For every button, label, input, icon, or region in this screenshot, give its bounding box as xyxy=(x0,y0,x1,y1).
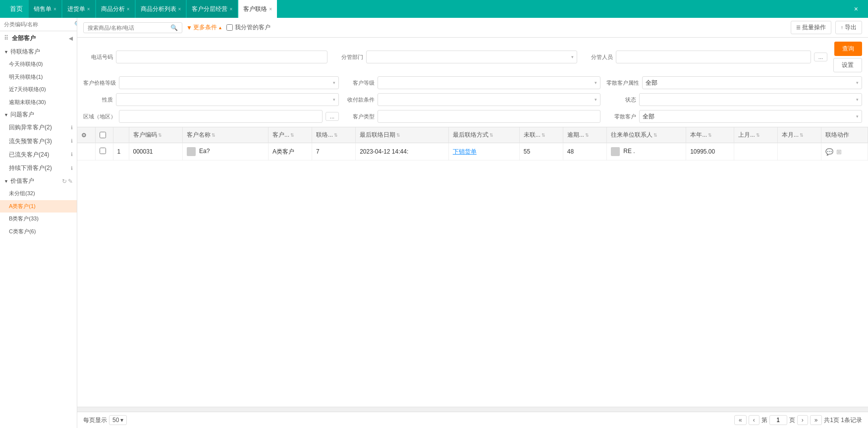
value-customers-edit-icon[interactable]: ✎ xyxy=(68,178,73,185)
nav-tab-sales[interactable]: 销售单 × xyxy=(29,0,61,18)
filter-field-nature: 性质 ▾ xyxy=(83,93,339,106)
settings-button[interactable]: 设置 xyxy=(833,58,862,72)
settings-icon[interactable]: ⚙ xyxy=(81,132,87,139)
retail-customer-select[interactable]: 全部 ▾ xyxy=(639,110,862,123)
select-all-checkbox[interactable] xyxy=(100,132,106,138)
sidebar-item-repurchase-abnormal[interactable]: 回购异常客户(2) ℹ xyxy=(0,121,77,134)
sidebar-item-churned[interactable]: 已流失客户(24) ℹ xyxy=(0,148,77,161)
sidebar-item-declining[interactable]: 持续下滑客户(2) ℹ xyxy=(0,161,77,175)
retail-attr-chevron: ▾ xyxy=(856,80,859,85)
page-last-button[interactable]: » xyxy=(810,415,822,425)
col-this-month-sort[interactable]: ⇅ xyxy=(800,133,804,138)
sidebar-item-tomorrow[interactable]: 明天待联络(1) xyxy=(0,71,77,84)
payment-select[interactable]: ▾ xyxy=(378,93,600,106)
col-contact-count-sort[interactable]: ⇅ xyxy=(334,133,338,138)
col-checkbox xyxy=(95,127,113,143)
col-code-sort[interactable]: ⇅ xyxy=(158,133,162,138)
sidebar-item-b-class[interactable]: B类客户(33) xyxy=(0,213,77,225)
sidebar-item-overdue[interactable]: 逾期未联络(30) xyxy=(0,96,77,109)
page-next-button[interactable]: › xyxy=(797,415,808,425)
col-last-month-sort[interactable]: ⇅ xyxy=(756,133,760,138)
col-unit-contact-sort[interactable]: ⇅ xyxy=(653,133,657,138)
nav-tab-sales-close[interactable]: × xyxy=(54,6,56,12)
nav-tab-product-list[interactable]: 商品分析列表 × xyxy=(136,0,186,18)
filter-field-payment: 收付款条件 ▾ xyxy=(345,93,600,106)
nav-tab-customer-segment-close[interactable]: × xyxy=(229,6,232,12)
problem-customers-group[interactable]: ▼ 问题客户 xyxy=(0,108,77,121)
status-select[interactable]: ▾ xyxy=(639,93,862,106)
row-checkbox[interactable] xyxy=(100,148,106,154)
col-customer-type: 客户... ⇅ xyxy=(269,127,312,143)
col-last-contact-date-sort[interactable]: ⇅ xyxy=(396,133,400,138)
nav-tab-purchase-close[interactable]: × xyxy=(87,6,90,12)
per-page-value: 50 xyxy=(112,417,119,424)
customer-level-select[interactable]: ▾ xyxy=(378,76,600,89)
sidebar-search-input[interactable] xyxy=(4,21,72,27)
query-button[interactable]: 查询 xyxy=(834,42,862,56)
export-button[interactable]: ↑ 导出 xyxy=(835,21,862,34)
region-input[interactable] xyxy=(119,110,323,123)
retail-attr-label: 零散客户属性 xyxy=(606,79,639,87)
value-customers-group[interactable]: ▼ 价值客户 ↻ ✎ xyxy=(0,175,77,187)
filter-search-input[interactable] xyxy=(88,25,168,31)
nav-home[interactable]: 首页 xyxy=(4,0,29,18)
window-close-button[interactable]: × xyxy=(848,5,864,13)
region-ellipsis-button[interactable]: ... xyxy=(326,112,339,121)
col-actions: 联络动作 xyxy=(821,127,868,143)
person-ellipsis-button[interactable]: ... xyxy=(814,53,827,61)
nav-tab-customer-contact-close[interactable]: × xyxy=(269,6,272,12)
price-level-select[interactable]: ▾ xyxy=(119,76,339,89)
nav-tab-sales-label: 销售单 xyxy=(34,5,52,13)
phone-input[interactable] xyxy=(116,51,327,63)
price-level-chevron: ▾ xyxy=(333,80,335,85)
person-select[interactable] xyxy=(616,51,811,63)
col-this-year-sort[interactable]: ⇅ xyxy=(708,133,712,138)
page-total: 页 xyxy=(789,416,795,425)
pending-contact-group[interactable]: ▼ 待联络客户 xyxy=(0,46,77,58)
col-no-contact-sort[interactable]: ⇅ xyxy=(542,133,545,138)
page-size-box[interactable]: 50 ▾ xyxy=(109,415,127,425)
nav-tab-customer-segment[interactable]: 客户分层经营 × xyxy=(187,0,237,18)
nav-tab-product-analysis-close[interactable]: × xyxy=(127,6,130,12)
col-customer-type-label: 客户... xyxy=(272,131,289,139)
nav-tab-purchase[interactable]: 进货单 × xyxy=(62,0,95,18)
problem-customers-arrow: ▼ xyxy=(4,112,8,117)
all-customers-header[interactable]: ⠿ 全部客户 ◀ xyxy=(0,31,77,46)
filter-search-icon[interactable]: 🔍 xyxy=(170,24,178,31)
col-overdue-sort[interactable]: ⇅ xyxy=(585,133,589,138)
filter-more-button[interactable]: ▼ 更多条件 ▲ xyxy=(186,23,222,32)
row-name[interactable]: Ea? xyxy=(199,148,210,155)
sidebar-item-today[interactable]: 今天待联络(0) xyxy=(0,58,77,71)
nature-select[interactable]: ▾ xyxy=(116,93,339,106)
status-label: 状态 xyxy=(606,96,636,104)
row-qr-icon[interactable]: ⊞ xyxy=(836,148,842,156)
nav-tab-product-analysis[interactable]: 商品分析 × xyxy=(96,0,135,18)
phone-label: 电话号码 xyxy=(83,54,113,61)
row-last-contact-method[interactable]: 下销货单 xyxy=(453,148,477,155)
region-label: 区域（地区） xyxy=(83,113,116,120)
customer-type-input[interactable] xyxy=(378,110,600,123)
page-first-button[interactable]: « xyxy=(734,415,747,425)
row-chat-icon[interactable]: 💬 xyxy=(825,148,833,156)
dept-select[interactable]: ▾ xyxy=(366,51,578,63)
sidebar-item-a-class[interactable]: A类客户(1) xyxy=(0,200,77,213)
sidebar-item-c-class[interactable]: C类客户(6) xyxy=(0,225,77,238)
horizontal-scrollbar[interactable] xyxy=(77,407,868,412)
nav-tab-product-list-close[interactable]: × xyxy=(178,6,181,12)
batch-op-button[interactable]: ☰ 批量操作 xyxy=(791,21,831,34)
page-prev-button[interactable]: ‹ xyxy=(749,415,760,425)
col-last-contact-method-sort[interactable]: ⇅ xyxy=(489,133,493,138)
value-customers-refresh-icon[interactable]: ↻ xyxy=(62,178,67,185)
col-name-sort[interactable]: ⇅ xyxy=(212,133,216,138)
col-customer-type-sort[interactable]: ⇅ xyxy=(290,133,294,138)
filter-field-status: 状态 ▾ xyxy=(606,93,862,106)
page-input[interactable] xyxy=(769,415,787,425)
sidebar-item-ungrouped[interactable]: 未分组(32) xyxy=(0,187,77,200)
filter-field-dept: 分管部门 ▾ xyxy=(333,51,578,63)
retail-attr-select[interactable]: 全部 ▾ xyxy=(642,76,862,89)
sidebar-item-7days[interactable]: 近7天待联络(0) xyxy=(0,83,77,96)
sidebar-item-churn-warning[interactable]: 流失预警客户(3) ℹ xyxy=(0,135,77,148)
row-last-contact-date-cell: 2023-04-12 14:44: xyxy=(356,143,449,160)
my-customer-checkbox[interactable] xyxy=(226,24,233,31)
nav-tab-customer-contact[interactable]: 客户联络 × xyxy=(238,0,277,18)
